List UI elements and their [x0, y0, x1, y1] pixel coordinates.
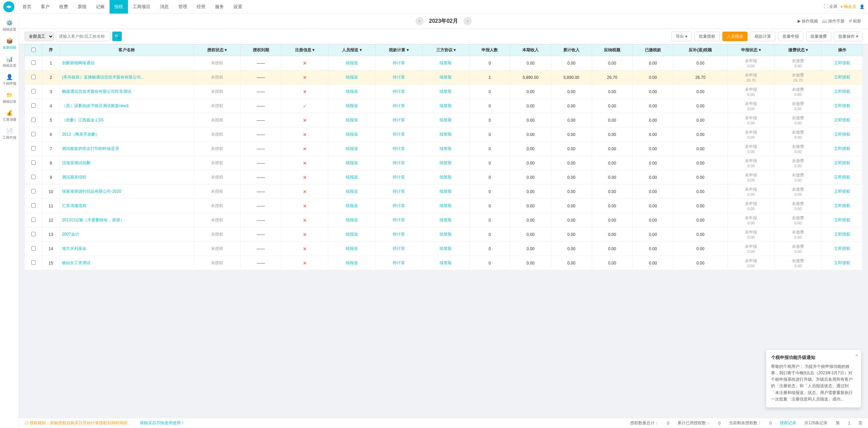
report-link[interactable]: 续报送 [346, 61, 358, 65]
third-party-link[interactable]: 续签取 [440, 175, 452, 179]
row-checkbox[interactable] [31, 246, 36, 251]
third-party-link[interactable]: 续签取 [440, 160, 452, 165]
op-auth-link[interactable]: 立即授权 [834, 118, 850, 122]
op-auth-link[interactable]: 立即授权 [834, 146, 850, 151]
customer-name-link[interactable]: 汇算清缴流程 [62, 203, 86, 208]
batch-fee-button[interactable]: 批量缴费 [806, 32, 831, 41]
op-auth-link[interactable]: 立即授权 [834, 132, 850, 137]
third-party-link[interactable]: 续签取 [440, 61, 452, 65]
third-party-link[interactable]: 续签取 [440, 260, 452, 265]
op-auth-link[interactable]: 立即授权 [834, 203, 850, 208]
sidebar-item-annual-report[interactable]: 📄 工商年报 [0, 124, 19, 142]
row-checkbox[interactable] [31, 189, 36, 193]
third-party-link[interactable]: 续签取 [440, 203, 452, 208]
tax-calc-link[interactable]: 待计算 [393, 103, 405, 108]
export-button[interactable]: 导出 ▾ [671, 32, 692, 41]
search-button[interactable]: 🔍 [112, 32, 122, 41]
tax-calc-link[interactable]: 待计算 [393, 218, 405, 222]
customer-name-link[interactable]: 张家港厚源针织品有限公司-2020 [62, 189, 121, 194]
tax-calc-link[interactable]: 待计算 [393, 203, 405, 208]
op-auth-link[interactable]: 立即授权 [834, 89, 850, 94]
report-link[interactable]: 续报送 [346, 118, 358, 122]
tax-calc-link[interactable]: 待计算 [393, 75, 405, 80]
row-checkbox[interactable] [31, 89, 36, 93]
fullscreen-btn[interactable]: ⛶ 全屏 [824, 4, 837, 10]
report-link[interactable]: 续报送 [346, 146, 358, 151]
third-party-link[interactable]: 续签取 [440, 75, 452, 80]
row-checkbox[interactable] [31, 118, 36, 122]
customer-name-link[interactable]: 杨仙女工资测试 [62, 260, 91, 265]
customer-name-link[interactable]: （勿删）江西股金-LSS [62, 118, 104, 122]
customer-name-link[interactable]: 勿删新锐网络通信 [62, 61, 95, 65]
refresh-action[interactable]: ↺ 刷新 [849, 18, 861, 24]
sidebar-item-batch-tax[interactable]: 📦 批量报税 [0, 34, 19, 52]
op-auth-link[interactable]: 立即授权 [834, 103, 850, 108]
report-link[interactable]: 续报送 [346, 203, 358, 208]
customer-name-link[interactable]: 2007会计 [62, 232, 79, 237]
report-link[interactable]: 续报送 [346, 246, 358, 251]
employee-filter[interactable]: 全部员工 [24, 32, 54, 41]
report-link[interactable]: 续报送 [346, 132, 358, 137]
report-link[interactable]: 续报送 [346, 189, 358, 194]
sidebar-item-settlement[interactable]: 💰 汇算清缴 [0, 106, 19, 124]
tax-calc-link[interactable]: 待计算 [393, 132, 405, 137]
row-checkbox[interactable] [31, 203, 36, 208]
customer-name-link[interactable]: 测试账套的凭证打印的时候是否 [62, 146, 119, 151]
op-auth-link[interactable]: 立即授权 [834, 218, 850, 222]
third-party-link[interactable]: 续签取 [440, 218, 452, 222]
customer-name-link[interactable]: (库存核算）直播畅通信息技术股份有限公司... [62, 75, 144, 80]
sidebar-item-personal-tax[interactable]: 👤 个税申报 [0, 70, 19, 88]
third-party-link[interactable]: 续签取 [440, 132, 452, 137]
customer-name-link[interactable]: 2013日记账（不要删除哈，谢谢） [62, 218, 124, 222]
customer-name-link[interactable]: 2013（陶美芳勿删） [62, 132, 100, 137]
tax-calc-link[interactable]: 待计算 [393, 246, 405, 251]
row-checkbox[interactable] [31, 232, 36, 236]
report-link[interactable]: 续报送 [346, 89, 358, 94]
nav-operation[interactable]: 经营 [192, 0, 210, 14]
member-btn[interactable]: ♦ 畅会员 [841, 4, 856, 10]
report-link[interactable]: 续报送 [346, 260, 358, 265]
tax-calc-link[interactable]: 待计算 [393, 175, 405, 179]
customer-name-link[interactable]: 测试期末结转 [62, 175, 86, 179]
tax-calc-link[interactable]: 待计算 [393, 260, 405, 265]
third-party-link[interactable]: 续签取 [440, 189, 452, 194]
report-link[interactable]: 续报送 [346, 160, 358, 165]
tax-calc-link[interactable]: 待计算 [393, 232, 405, 237]
third-party-link[interactable]: 续签取 [440, 146, 452, 151]
customer-name-link[interactable]: （原）误删勿改字格芬测试账套new1 [62, 103, 129, 108]
row-checkbox[interactable] [31, 218, 36, 222]
user-avatar[interactable]: 👤 [859, 4, 865, 9]
tax-calc-link[interactable]: 待计算 [393, 160, 405, 165]
nav-settings[interactable]: 设置 [229, 0, 247, 14]
search-input[interactable] [56, 32, 110, 41]
row-checkbox[interactable] [31, 61, 36, 65]
op-auth-link[interactable]: 立即授权 [834, 160, 850, 165]
select-all-checkbox[interactable] [31, 48, 36, 52]
next-period-btn[interactable]: › [463, 17, 472, 25]
nav-manage[interactable]: 管理 [174, 0, 192, 14]
tax-calc-link[interactable]: 待计算 [393, 146, 405, 151]
prev-period-btn[interactable]: ‹ [415, 17, 424, 25]
row-checkbox[interactable] [31, 160, 36, 165]
manual-action[interactable]: 📖 操作手册 [822, 18, 845, 24]
auth-record-link[interactable]: 授权记录 [780, 420, 796, 426]
nav-message[interactable]: 消息 [155, 0, 174, 14]
batch-ops-button[interactable]: 批量操作 ▾ [834, 32, 863, 41]
batch-declare-button[interactable]: 批量申报 [778, 32, 803, 41]
report-link[interactable]: 续报送 [346, 218, 358, 222]
tax-calc-link[interactable]: 待计算 [393, 189, 405, 194]
batch-auth-button[interactable]: 批量授权 [694, 32, 720, 41]
tax-calc-link[interactable]: 待计算 [393, 89, 405, 94]
nav-report[interactable]: 票报 [73, 0, 91, 14]
auth-link[interactable]: 请购买后尽快使用使用！ [140, 420, 185, 426]
sidebar-item-tax-record[interactable]: 📁 报税记录 [0, 88, 19, 106]
tax-calc-link[interactable]: 待计算 [393, 118, 405, 122]
nav-tax[interactable]: 报税 [110, 0, 128, 14]
third-party-link[interactable]: 续签取 [440, 232, 452, 237]
row-checkbox[interactable] [31, 146, 36, 151]
row-checkbox[interactable] [31, 175, 36, 179]
third-party-link[interactable]: 续签取 [440, 118, 452, 122]
video-action[interactable]: ▶ 操作视频 [798, 18, 818, 24]
op-auth-link[interactable]: 立即授权 [834, 61, 850, 65]
customer-name-link[interactable]: 沈海英测试勿删 [62, 160, 91, 165]
